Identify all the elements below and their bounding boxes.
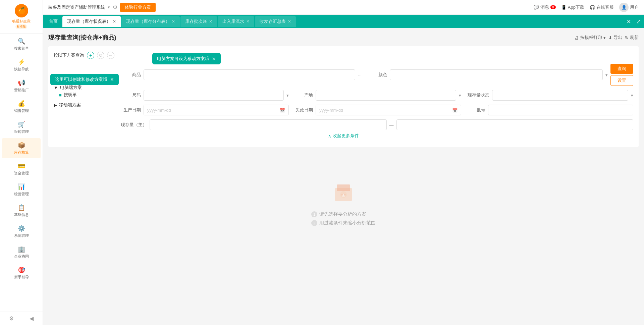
online-service-label: 在线客服 [596, 4, 614, 10]
scheme-mobile-header[interactable]: ▶ 移动端方案 [54, 101, 108, 109]
sidebar-item-sales[interactable]: 💰 销售管理 [2, 97, 41, 117]
sidebar-item-search[interactable]: 🔍 搜索菜单 [2, 34, 41, 54]
app-download-action[interactable]: 📱 App下载 [561, 4, 584, 10]
collapse-btn[interactable]: ∧ 收起更多条件 [54, 130, 633, 142]
sidebar-label-operations: 经营管理 [14, 192, 29, 197]
svg-point-5 [344, 194, 345, 196]
sidebar-label-search: 搜索菜单 [14, 46, 29, 51]
enterprise-icon: 🏢 [18, 246, 25, 253]
back-scheme-btn[interactable]: ← [107, 52, 114, 59]
inventory-icon: 📦 [18, 142, 25, 149]
scheme-desktop-item-0[interactable]: ■ 接调单 [54, 91, 108, 99]
tooltip-close-1[interactable]: ✕ [212, 56, 216, 61]
tab-flow[interactable]: 出入库流水 ✕ [218, 16, 254, 27]
input-batch[interactable] [488, 105, 633, 115]
experience-button[interactable]: 体验行业方案 [120, 3, 156, 12]
tip-text-2: 用过滤条件来缩小分析范围 [319, 220, 376, 226]
scheme-item-icon: ■ [59, 93, 62, 98]
scheme-mobile: ▶ 移动端方案 [54, 101, 108, 109]
filter-area: 按以下方案查询 + ↻ ← 电脑方案可设为移动方案哦 ✕ [48, 46, 639, 147]
filter-content: 这里可以创建和修改方案哦 ✕ .tooltip-create::before {… [54, 64, 633, 130]
sidebar-label-enterprise: 企业协同 [14, 254, 29, 259]
sidebar-nav: 🔍 搜索菜单 ⚡ 快捷导航 📢 营销推广 💰 销售管理 🛒 采购管理 📦 [0, 34, 43, 312]
sidebar-item-marketing[interactable]: 📢 营销推广 [2, 76, 41, 96]
tab-close-1[interactable]: ✕ [172, 19, 175, 24]
tab-batch[interactable]: 库存批次账 ✕ [180, 16, 217, 27]
message-action[interactable]: 💬 消息 8 [534, 4, 556, 10]
scheme-item-label: 接调单 [64, 92, 77, 98]
header-gear-icon[interactable]: ⚙ [113, 4, 117, 10]
empty-icon [330, 178, 357, 205]
label-goods: 商品 [121, 72, 141, 78]
message-icon: 💬 [534, 5, 539, 10]
logo-icon: 🍊 [15, 4, 28, 17]
select-goods[interactable] [144, 69, 355, 80]
expire-date-calendar-icon[interactable]: 📅 [452, 108, 458, 113]
refresh-scheme-btn[interactable]: ↻ [97, 52, 104, 59]
sidebar-label-basic-info: 基础信息 [14, 212, 29, 217]
tooltip-close-2[interactable]: ✕ [110, 77, 114, 82]
select-origin-arrow[interactable]: ▾ [459, 93, 461, 98]
prod-date-calendar-icon[interactable]: 📅 [280, 108, 285, 113]
user-action[interactable]: 👤 用户 [619, 3, 639, 12]
main-content: 装备及固定资产辅助管理系统 ▾ ⚙ 体验行业方案 💬 消息 8 📱 App下载 … [43, 0, 644, 325]
tab-close-all-btn[interactable]: ✕ [625, 18, 633, 25]
print-icon: 🖨 [575, 35, 579, 40]
tabs-bar: 首页 现存量（库存状况表） ✕ 现存量（库存分布表） ✕ 库存批次账 ✕ 出入库… [43, 15, 644, 28]
select-origin[interactable] [316, 90, 456, 101]
refresh-icon: ↻ [625, 35, 629, 40]
tab-summary[interactable]: 收发存汇总表 ✕ [255, 16, 296, 27]
tab-close-0[interactable]: ✕ [113, 19, 116, 24]
sidebar-item-operations[interactable]: 📊 经营管理 [2, 180, 41, 200]
sidebar-label-system: 系统管理 [14, 233, 29, 238]
select-size[interactable] [144, 90, 284, 101]
export-btn[interactable]: ⬇ 导出 [608, 35, 622, 41]
input-stock-qty-to[interactable] [396, 119, 634, 130]
add-scheme-btn[interactable]: + [87, 52, 94, 59]
select-size-arrow[interactable]: ▾ [286, 93, 289, 98]
export-icon: ⬇ [608, 35, 612, 40]
sidebar-item-finance[interactable]: 💳 资金管理 [2, 159, 41, 179]
sidebar-item-inventory[interactable]: 📦 库存核算 [2, 138, 41, 158]
sidebar-item-guide[interactable]: 🎯 新手引导 [2, 263, 41, 283]
tab-close-3[interactable]: ✕ [246, 19, 250, 24]
ellipsis-goods: ··· [358, 72, 362, 77]
tip-num-1: 1 [311, 211, 317, 217]
input-stock-qty-from[interactable] [150, 119, 387, 130]
tab-maximize-btn[interactable]: ⤢ [634, 18, 643, 25]
quick-nav-icon: ⚡ [18, 58, 25, 66]
collapse-sidebar-btn[interactable]: ◀ [30, 315, 34, 322]
range-separator: — [389, 122, 394, 127]
sidebar-label-quick-nav: 快捷导航 [14, 67, 29, 72]
sidebar-item-basic-info[interactable]: 📋 基础信息 [2, 201, 41, 221]
settings-footer-btn[interactable]: ⚙ [9, 315, 14, 322]
sidebar-item-purchase[interactable]: 🛒 采购管理 [2, 117, 41, 138]
system-select-arrow[interactable]: ▾ [108, 5, 110, 10]
tab-inventory-dist[interactable]: 现存量（库存分布表） ✕ [121, 16, 180, 27]
tooltip-create-scheme: 这里可以创建和修改方案哦 ✕ .tooltip-create::before {… [50, 74, 119, 85]
tooltip-text-1: 电脑方案可设为移动方案哦 [157, 56, 209, 62]
input-expire-date[interactable]: yyyy-mm-dd 📅 [316, 105, 461, 115]
sidebar-item-system[interactable]: ⚙️ 系统管理 [2, 221, 41, 241]
print-btn[interactable]: 🖨 按模板打印 ▾ [575, 35, 606, 41]
set-button[interactable]: 设置 [610, 75, 633, 86]
sidebar-label-inventory: 库存核算 [14, 150, 29, 155]
select-stock-status-arrow[interactable]: ▾ [631, 93, 633, 98]
expire-date-placeholder: yyyy-mm-dd [319, 108, 343, 113]
refresh-btn[interactable]: ↻ 刷新 [625, 35, 639, 41]
select-color-arrow[interactable]: ▾ [605, 72, 608, 77]
sidebar-item-quick-nav[interactable]: ⚡ 快捷导航 [2, 55, 41, 75]
select-color[interactable] [390, 69, 603, 80]
tab-close-2[interactable]: ✕ [209, 19, 212, 24]
search-button[interactable]: 查询 [610, 64, 633, 74]
input-prod-date[interactable]: yyyy-mm-dd 📅 [144, 105, 289, 115]
tab-home[interactable]: 首页 [44, 18, 62, 24]
sidebar-item-enterprise[interactable]: 🏢 企业协同 [2, 242, 41, 262]
scheme-mobile-label: 移动端方案 [59, 102, 81, 108]
tab-inventory-status[interactable]: 现存量（库存状况表） ✕ [62, 16, 121, 27]
message-badge: 8 [550, 5, 556, 9]
online-service-action[interactable]: 🎧 在线客服 [590, 4, 614, 10]
tab-close-4[interactable]: ✕ [288, 19, 291, 24]
label-stock-qty: 现存量（主） [121, 122, 147, 128]
select-stock-status[interactable] [492, 90, 628, 101]
